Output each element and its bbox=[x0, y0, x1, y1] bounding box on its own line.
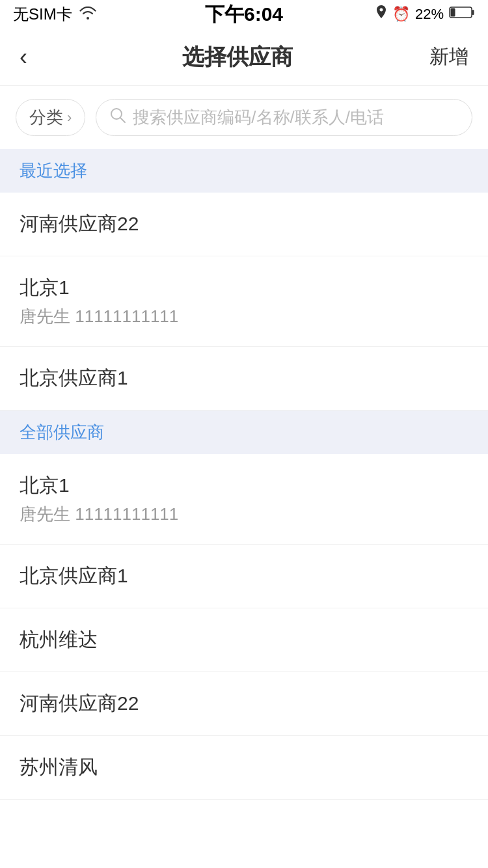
item-name: 北京供应商1 bbox=[20, 563, 468, 590]
recent-section-header: 最近选择 bbox=[0, 149, 488, 193]
recent-items-list: 河南供应商22 北京1 唐先生 11111111111 北京供应商1 bbox=[0, 193, 488, 411]
add-button[interactable]: 新增 bbox=[416, 44, 468, 70]
location-icon bbox=[375, 5, 387, 23]
all-items-list: 北京1 唐先生 11111111111 北京供应商1 杭州维达 河南供应商22 … bbox=[0, 454, 488, 800]
chevron-right-icon: › bbox=[67, 109, 72, 126]
search-icon bbox=[109, 107, 126, 128]
category-label: 分类 bbox=[29, 106, 63, 129]
nav-bar: ‹ 选择供应商 新增 bbox=[0, 29, 488, 86]
all-section-header: 全部供应商 bbox=[0, 411, 488, 454]
filter-bar: 分类 › 搜索供应商编码/名称/联系人/电话 bbox=[0, 86, 488, 149]
all-section-label: 全部供应商 bbox=[20, 422, 104, 442]
alarm-icon: ⏰ bbox=[392, 6, 410, 23]
svg-rect-1 bbox=[472, 10, 474, 15]
item-name: 北京1 bbox=[20, 275, 468, 301]
recent-section-label: 最近选择 bbox=[20, 161, 87, 180]
list-item[interactable]: 北京1 唐先生 11111111111 bbox=[0, 454, 488, 545]
list-item[interactable]: 苏州清风 bbox=[0, 736, 488, 800]
item-name: 北京1 bbox=[20, 472, 468, 499]
battery-icon bbox=[449, 6, 475, 23]
status-left: 无SIM卡 bbox=[13, 4, 97, 25]
list-item[interactable]: 河南供应商22 bbox=[0, 672, 488, 736]
item-name: 杭州维达 bbox=[20, 627, 468, 653]
status-right: ⏰ 22% bbox=[375, 5, 475, 23]
item-name: 北京供应商1 bbox=[20, 365, 468, 392]
status-time: 下午6:04 bbox=[205, 1, 283, 28]
item-name: 河南供应商22 bbox=[20, 211, 468, 237]
list-item[interactable]: 河南供应商22 bbox=[0, 193, 488, 256]
svg-line-4 bbox=[120, 118, 125, 122]
list-item[interactable]: 杭州维达 bbox=[0, 608, 488, 672]
list-item[interactable]: 北京供应商1 bbox=[0, 347, 488, 411]
carrier-text: 无SIM卡 bbox=[13, 4, 72, 25]
item-name: 苏州清风 bbox=[20, 754, 468, 781]
list-item[interactable]: 北京1 唐先生 11111111111 bbox=[0, 256, 488, 347]
wifi-icon bbox=[79, 5, 97, 23]
item-sub: 唐先生 11111111111 bbox=[20, 305, 468, 328]
back-button[interactable]: ‹ bbox=[20, 44, 59, 71]
search-box[interactable]: 搜索供应商编码/名称/联系人/电话 bbox=[96, 99, 472, 136]
battery-text: 22% bbox=[415, 6, 444, 23]
status-bar: 无SIM卡 下午6:04 ⏰ 22% bbox=[0, 0, 488, 29]
item-name: 河南供应商22 bbox=[20, 690, 468, 717]
list-item[interactable]: 北京供应商1 bbox=[0, 545, 488, 608]
category-filter-button[interactable]: 分类 › bbox=[16, 99, 85, 136]
item-sub: 唐先生 11111111111 bbox=[20, 503, 468, 526]
search-placeholder: 搜索供应商编码/名称/联系人/电话 bbox=[133, 106, 384, 129]
svg-rect-2 bbox=[451, 8, 455, 17]
page-title: 选择供应商 bbox=[182, 42, 293, 72]
